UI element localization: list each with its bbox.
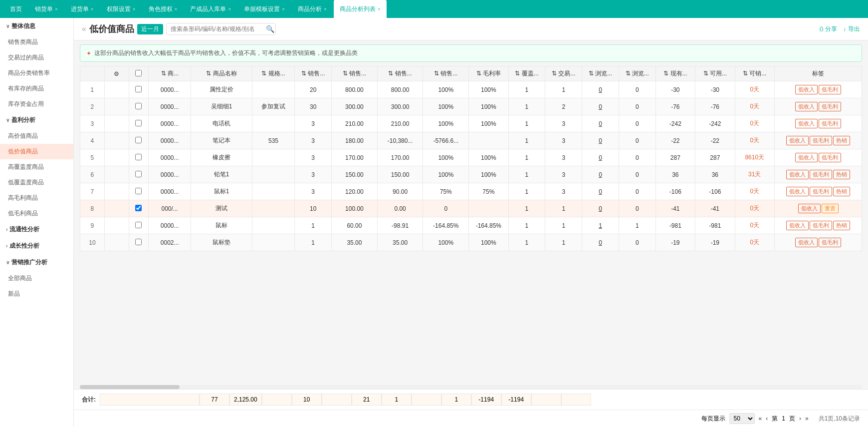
row-browse1[interactable]: 0 <box>582 166 619 183</box>
close-icon[interactable]: × <box>378 6 381 12</box>
export-button[interactable]: ↓ 导出 <box>843 25 860 33</box>
row-checkbox[interactable] <box>135 239 142 245</box>
row-gear[interactable] <box>104 200 129 217</box>
sidebar-section-profit[interactable]: ∨ 盈利分析 <box>0 112 73 128</box>
browse-link[interactable]: 0 <box>599 137 602 144</box>
row-gear[interactable] <box>104 98 129 115</box>
browse-link[interactable]: 0 <box>599 120 602 127</box>
nav-analysis[interactable]: 商品分析 × <box>292 0 333 18</box>
row-checkbox[interactable] <box>135 222 142 228</box>
close-icon[interactable]: × <box>282 6 285 12</box>
row-gear[interactable] <box>104 166 129 183</box>
row-gear[interactable] <box>104 234 129 251</box>
row-gear[interactable] <box>104 149 129 166</box>
scrollbar-thumb[interactable] <box>80 385 180 389</box>
col-header-check[interactable] <box>129 66 148 81</box>
sidebar-item-high-value[interactable]: 高价值商品 <box>0 128 73 144</box>
row-checkbox[interactable] <box>135 154 142 160</box>
browse-link[interactable]: 0 <box>599 86 602 93</box>
row-checkbox[interactable] <box>135 103 142 109</box>
row-browse1[interactable]: 0 <box>582 149 619 166</box>
pag-next[interactable]: › <box>799 415 801 422</box>
browse-link[interactable]: 0 <box>599 171 602 178</box>
sidebar-item-low-value[interactable]: 低价值商品 <box>0 144 73 159</box>
pag-prev[interactable]: ‹ <box>766 415 768 422</box>
browse-link[interactable]: 0 <box>599 154 602 161</box>
row-browse1[interactable]: 0 <box>582 234 619 251</box>
row-browse1[interactable]: 0 <box>582 200 619 217</box>
nav-home[interactable]: 首页 <box>4 0 28 18</box>
row-gear[interactable] <box>104 81 129 98</box>
browse-link[interactable]: 0 <box>599 103 602 110</box>
sidebar-item-high-margin[interactable]: 高毛利商品 <box>0 190 73 206</box>
row-browse1[interactable]: 0 <box>582 115 619 132</box>
nav-template[interactable]: 单据模板设置 × <box>238 0 291 18</box>
browse-link[interactable]: 0 <box>599 205 602 212</box>
close-icon[interactable]: × <box>175 6 178 12</box>
row-checkbox[interactable] <box>135 120 142 126</box>
nav-purchase[interactable]: 进货单 × <box>65 0 100 18</box>
row-checkbox[interactable] <box>135 205 142 211</box>
row-browse1[interactable]: 0 <box>582 183 619 200</box>
nav-permission[interactable]: 权限设置 × <box>101 0 142 18</box>
browse-link[interactable]: 0 <box>599 188 602 195</box>
row-check[interactable] <box>129 183 148 200</box>
close-icon[interactable]: × <box>228 6 231 12</box>
row-checkbox[interactable] <box>135 188 142 194</box>
sidebar-section-marketing[interactable]: ∨ 营销推广分析 <box>0 254 73 271</box>
collapse-sidebar-button[interactable]: « <box>82 24 86 33</box>
sidebar-item-stock-fund[interactable]: 库存资金占用 <box>0 96 73 112</box>
col-header-gear[interactable]: ⚙ <box>104 66 129 81</box>
row-gear[interactable] <box>104 115 129 132</box>
row-browse1[interactable]: 0 <box>582 81 619 98</box>
horizontal-scrollbar[interactable] <box>80 385 862 389</box>
row-browse1[interactable]: 0 <box>582 132 619 149</box>
sidebar-item-category-rate[interactable]: 商品分类销售率 <box>0 65 73 81</box>
per-page-select[interactable]: 50 100 200 <box>729 413 755 424</box>
row-gear[interactable] <box>104 183 129 200</box>
share-button[interactable]: ⎙ 分享 <box>820 25 837 33</box>
nav-sales[interactable]: 销货单 × <box>29 0 64 18</box>
row-check[interactable] <box>129 98 148 115</box>
nav-role[interactable]: 角色授权 × <box>143 0 184 18</box>
sidebar-item-new-goods[interactable]: 新品 <box>0 286 73 302</box>
row-check[interactable] <box>129 132 148 149</box>
row-check[interactable] <box>129 115 148 132</box>
nav-analysis-list[interactable]: 商品分析列表 × <box>334 0 387 18</box>
pag-last[interactable]: » <box>805 415 809 422</box>
row-check[interactable] <box>129 200 148 217</box>
nav-product-in[interactable]: 产成品入库单 × <box>184 0 237 18</box>
close-icon[interactable]: × <box>55 6 58 12</box>
sidebar-section-growth[interactable]: › 成长性分析 <box>0 238 73 254</box>
sidebar-item-low-cover[interactable]: 低覆盖度商品 <box>0 175 73 190</box>
sidebar-item-high-cover[interactable]: 高覆盖度商品 <box>0 159 73 175</box>
row-checkbox[interactable] <box>135 137 142 143</box>
sidebar-section-flow[interactable]: › 流通性分析 <box>0 221 73 238</box>
close-icon[interactable]: × <box>324 6 327 12</box>
period-badge[interactable]: 近一月 <box>137 24 163 34</box>
sidebar-item-stock-goods[interactable]: 有库存的商品 <box>0 81 73 96</box>
row-check[interactable] <box>129 81 148 98</box>
browse-link[interactable]: 0 <box>599 239 602 246</box>
row-gear[interactable] <box>104 132 129 149</box>
row-browse1[interactable]: 0 <box>582 98 619 115</box>
row-check[interactable] <box>129 217 148 234</box>
pag-first[interactable]: « <box>759 415 762 422</box>
close-icon[interactable]: × <box>91 6 94 12</box>
sidebar-item-sales-goods[interactable]: 销售类商品 <box>0 34 73 50</box>
select-all-checkbox[interactable] <box>135 70 142 76</box>
sidebar-item-traded-goods[interactable]: 交易过的商品 <box>0 50 73 65</box>
sidebar-section-overview[interactable]: ∨ 整体信息 <box>0 18 73 34</box>
search-icon[interactable]: 🔍 <box>266 25 274 33</box>
row-gear[interactable] <box>104 217 129 234</box>
sidebar-item-low-margin[interactable]: 低毛利商品 <box>0 206 73 221</box>
close-icon[interactable]: × <box>133 6 136 12</box>
sidebar-item-all-goods[interactable]: 全部商品 <box>0 271 73 286</box>
search-input[interactable] <box>166 23 276 35</box>
row-checkbox[interactable] <box>135 171 142 177</box>
row-check[interactable] <box>129 149 148 166</box>
browse-link[interactable]: 1 <box>599 222 602 229</box>
row-browse1[interactable]: 1 <box>582 217 619 234</box>
row-check[interactable] <box>129 234 148 251</box>
row-check[interactable] <box>129 166 148 183</box>
